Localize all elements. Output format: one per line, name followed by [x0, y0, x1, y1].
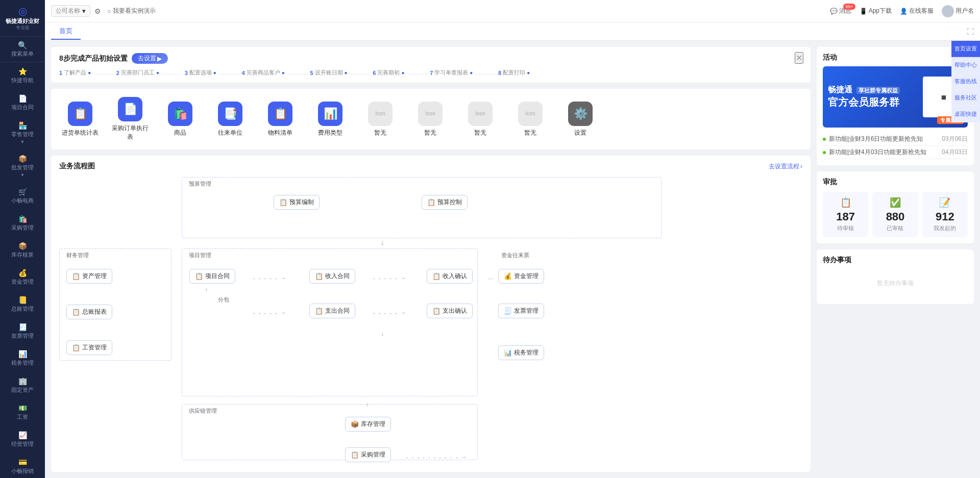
center-area: ✕ 8步完成产品初始设置 去设置 ▶ 1了解产品● ..............…	[45, 41, 817, 478]
setup-title: 8步完成产品初始设置	[59, 54, 128, 63]
quick-item-5[interactable]: 📊 费用类型	[307, 97, 353, 141]
sidenav-item-0[interactable]: 首页设置	[951, 41, 980, 57]
quick-icon-1: 📄	[118, 97, 142, 121]
salary-mgmt-box[interactable]: 📋 工资管理	[66, 340, 112, 355]
income-contract-label: 收入合同	[325, 272, 350, 281]
sidebar-item-3[interactable]: 📦 批发管理 ▼	[9, 149, 36, 183]
audit-card-2[interactable]: 📝 912 我发起的	[922, 192, 968, 237]
quick-label-4: 物料清单	[268, 129, 292, 137]
banner-line2: 官方会员服务群	[828, 95, 914, 109]
activity-item-1[interactable]: 新功能|业财4月03日功能更新抢先知 04月03日	[823, 146, 968, 159]
step-3[interactable]: 3配置选项●	[185, 69, 216, 77]
quick-item-3[interactable]: 📑 往来单位	[207, 97, 253, 141]
sidenav-item-4[interactable]: 桌面快捷	[951, 106, 980, 122]
quick-icon-7: Icon	[418, 102, 443, 126]
sidebar-icon: 📒	[18, 296, 27, 304]
sidenav-item-1[interactable]: 帮助中心	[951, 57, 980, 73]
audit-card-0[interactable]: 📋 187 待审核	[823, 192, 868, 237]
tab-expand-btn[interactable]: ⛶	[967, 28, 974, 36]
step-5[interactable]: 5设开账日期●	[310, 69, 347, 77]
sidenav-item-3[interactable]: 服务社区	[951, 90, 980, 106]
sidebar-item-8[interactable]: 📒 总账管理	[9, 291, 36, 318]
sidebar-item-7[interactable]: 💰 资金管理	[9, 264, 36, 291]
company-selector[interactable]: 公司名称 ▾	[51, 5, 90, 17]
arrow-down-budget: ↓	[381, 238, 384, 246]
quick-icon-5: 📊	[318, 102, 342, 126]
invoice-mgmt-box[interactable]: 🧾 发票管理	[498, 304, 544, 318]
inventory-mgmt-box[interactable]: 📦 库存管理	[345, 417, 391, 432]
activity-dot	[823, 138, 826, 141]
budget-control-box[interactable]: 📋 预算控制	[422, 195, 468, 210]
quick-item-8[interactable]: Icon 暂无	[457, 97, 503, 141]
quick-item-2[interactable]: 🛍️ 商品	[157, 97, 203, 141]
messages-btn[interactable]: 💬 消息 99+	[830, 7, 851, 15]
step-1[interactable]: 1了解产品●	[59, 69, 91, 77]
quick-label-1: 采购订单执行表	[109, 124, 151, 141]
sidebar-label: 零售管理	[11, 131, 34, 138]
sidebar-item-6[interactable]: 📦 库存核算	[9, 237, 36, 264]
sidebar-search[interactable]: 🔍 搜索菜单	[0, 37, 45, 62]
step-2[interactable]: 2完善部门员工●	[116, 69, 159, 77]
step-8[interactable]: 8配置打印●	[498, 69, 530, 77]
step-6[interactable]: 6完善期初●	[373, 69, 404, 77]
sidebar-item-11[interactable]: 🏢 固定资产	[9, 372, 36, 399]
setup-banner: ✕ 8步完成产品初始设置 去设置 ▶ 1了解产品● ..............…	[51, 47, 811, 83]
step-7[interactable]: 7学习单查报表●	[430, 69, 473, 77]
purchase-label: 采购管理	[361, 450, 385, 459]
sidebar-item-14[interactable]: 💳 小畅报销	[9, 453, 36, 478]
sidebar-item-5[interactable]: 🛍️ 采购管理	[9, 210, 36, 237]
user-btn[interactable]: 用户名	[942, 5, 974, 17]
project-contract-box[interactable]: 📋 项目合同	[189, 269, 235, 284]
arrow-down-supply: ↓	[381, 330, 384, 337]
audit-card-1[interactable]: ✅ 880 已审核	[872, 192, 918, 237]
flow-settings-link[interactable]: 去设置流程 ›	[769, 162, 802, 171]
sidebar-item-1[interactable]: 📄 项目合同	[9, 89, 36, 116]
sidenav-item-2[interactable]: 客服热线	[951, 73, 980, 90]
activity-item-0[interactable]: 新功能|业财3月6日功能更新抢先知 03月06日	[823, 133, 968, 146]
go-setup-btn[interactable]: 去设置 ▶	[132, 53, 168, 64]
quick-item-10[interactable]: ⚙️ 设置	[557, 97, 603, 141]
quick-item-4[interactable]: 📋 物料清单	[257, 97, 303, 141]
quick-item-1[interactable]: 📄 采购订单执行表	[107, 93, 153, 145]
demo-link[interactable]: ○ 我要看实例演示	[107, 7, 156, 15]
flow-title: 业务流程图	[59, 162, 95, 171]
quick-item-9[interactable]: Icon 暂无	[507, 97, 553, 141]
salary-label: 工资管理	[82, 343, 107, 352]
sidebar-item-2[interactable]: 🏪 零售管理 ▼	[9, 116, 36, 149]
app-logo: ◎ 畅捷通好业财 专业版	[0, 0, 45, 37]
ledger-report-box[interactable]: 📋 总账报表	[66, 305, 112, 319]
expense-contract-label: 支出合同	[325, 307, 350, 315]
quick-item-0[interactable]: 📋 进货单统计表	[57, 97, 103, 141]
asset-mgmt-box[interactable]: 📋 资产管理	[66, 269, 112, 284]
topbar-settings-icon[interactable]: ⚙	[94, 7, 101, 15]
setup-close-btn[interactable]: ✕	[795, 52, 803, 64]
online-service-btn[interactable]: 👤 在线客服	[900, 7, 934, 15]
sidebar-item-0[interactable]: ⭐ 快捷导航	[9, 62, 36, 89]
sidebar-item-4[interactable]: 🛒 小畅电商	[9, 183, 36, 210]
sidebar-item-9[interactable]: 🧾 发票管理	[9, 318, 36, 345]
expense-confirm-box[interactable]: 📋 支出确认	[427, 304, 473, 318]
quick-item-7[interactable]: Icon 暂无	[407, 97, 453, 141]
sidebar-item-13[interactable]: 📈 经营管理	[9, 426, 36, 453]
tab-home[interactable]: 首页	[51, 23, 81, 40]
tax-mgmt-box[interactable]: 📊 税务管理	[498, 345, 544, 360]
app-download-btn[interactable]: 📱 App下载	[860, 7, 892, 15]
search-label: 搜索菜单	[3, 50, 42, 58]
message-icon: 💬	[830, 8, 838, 15]
budget-draft-box[interactable]: 📋 预算编制	[274, 195, 320, 210]
quick-item-6[interactable]: Icon 暂无	[357, 97, 403, 141]
purchase-mgmt-box[interactable]: 📋 采购管理	[345, 447, 391, 462]
step-4[interactable]: 4完善商品客户●	[242, 69, 285, 77]
expense-contract-icon: 📋	[315, 307, 323, 315]
activity-banner: 畅捷通 享社群专属权益 官方会员服务群 ▦ 专属进群	[823, 66, 968, 128]
income-confirm-box[interactable]: 📋 收入确认	[427, 269, 473, 284]
sidebar-icon: 💳	[18, 458, 27, 466]
sidebar-item-12[interactable]: 💵 工资	[9, 399, 36, 426]
income-contract-box[interactable]: 📋 收入合同	[309, 269, 355, 284]
capital-mgmt-box[interactable]: 💰 资金管理	[498, 269, 544, 284]
activity-text: 新功能|业财4月03日功能更新抢先知	[829, 148, 939, 157]
demo-text: 我要看实例演示	[113, 7, 156, 15]
sidebar-item-10[interactable]: 📊 税务管理	[9, 345, 36, 372]
sidebar-label: 经营管理	[11, 440, 34, 448]
expense-contract-box[interactable]: 📋 支出合同	[309, 304, 355, 318]
